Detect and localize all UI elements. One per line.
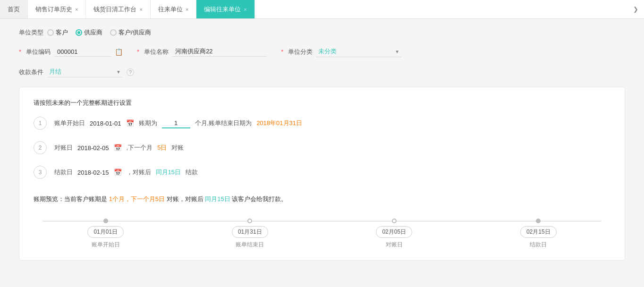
step-1-period-label: 账期为: [139, 119, 157, 127]
unit-category-field: * 单位分类 未分类 ▼: [281, 46, 401, 57]
step-3-prefix: ，对账后: [127, 168, 151, 177]
step-2-content: 对账日 2018-02-05 📅 ,下一个月5日 对账: [54, 144, 184, 152]
step-3-label: 结款日: [54, 168, 73, 177]
step-3-calendar-icon[interactable]: 📅: [114, 169, 122, 176]
payment-help-icon[interactable]: ?: [127, 68, 134, 76]
tab-sales-history-close[interactable]: ×: [75, 7, 78, 12]
tab-cash-work-close[interactable]: ×: [139, 7, 142, 12]
tab-home-label: 首页: [8, 5, 20, 14]
timeline: 01月01日 账单开始日 01月31日 账单结束日 02月05日 对账日 02月…: [34, 213, 610, 249]
tab-unit-list-label: 往来单位: [158, 5, 183, 14]
preview-date3: 同月15日: [205, 195, 230, 203]
step-1-num: 1: [34, 117, 47, 130]
radio-customer-circle: [47, 29, 54, 36]
preview-mid2: 对账，对账后: [165, 195, 205, 203]
tab-cash-work[interactable]: 钱货日清工作台 ×: [86, 0, 150, 18]
timeline-badge-1: 01月01日: [87, 226, 124, 238]
radio-both[interactable]: 客户/供应商: [110, 28, 151, 37]
preview-suffix: 该客户会给我打款。: [230, 195, 288, 203]
unit-type-label: 单位类型: [19, 28, 43, 37]
step-1-label: 账单开始日: [54, 119, 85, 127]
timeline-node-3: 02月05日 对账日: [322, 219, 466, 249]
step-1-content: 账单开始日 2018-01-01 📅 账期为 个月,账单结束日期为 2018年0…: [54, 118, 302, 128]
unit-category-label: 单位分类: [288, 48, 313, 56]
step-2-num: 2: [34, 141, 47, 154]
step-2-date: 2018-02-05: [77, 144, 109, 152]
unit-name-field: * 单位名称: [137, 47, 267, 57]
unit-code-field: * 单位编码 📋: [19, 47, 123, 57]
payment-select[interactable]: 月结 ▼: [47, 67, 123, 77]
unit-name-label: 单位名称: [144, 48, 169, 56]
step-3-date: 2018-02-15: [77, 169, 109, 176]
payment-arrow-icon: ▼: [116, 69, 121, 75]
payment-field: 收款条件 月结 ▼ ?: [19, 67, 134, 77]
step-2-calendar-icon[interactable]: 📅: [114, 144, 122, 152]
radio-customer[interactable]: 客户: [47, 28, 68, 37]
step-2-day: 5日: [157, 144, 167, 152]
step-2-label: 对账日: [54, 144, 73, 152]
unit-name-required: *: [137, 48, 139, 55]
unit-category-select[interactable]: 未分类 ▼: [316, 46, 401, 57]
unit-type-row: 单位类型 客户 供应商 客户/供应商: [19, 28, 625, 37]
step-3-num: 3: [34, 166, 47, 179]
timeline-container: 01月01日 账单开始日 01月31日 账单结束日 02月05日 对账日 02月…: [34, 213, 610, 249]
tab-unit-list-close[interactable]: ×: [186, 7, 188, 12]
step-1-period-input[interactable]: [162, 118, 190, 128]
step-3-suffix: 结款: [186, 168, 198, 177]
unit-code-required: *: [19, 48, 21, 55]
timeline-dot-2: [247, 219, 252, 223]
radio-customer-label: 客户: [56, 28, 68, 37]
timeline-node-1: 01月01日 账单开始日: [34, 219, 178, 249]
step-1-end-date: 2018年01月31日: [256, 119, 302, 127]
tab-unit-list[interactable]: 往来单位 ×: [151, 0, 196, 18]
radio-both-circle: [110, 29, 117, 36]
tab-home[interactable]: 首页: [0, 0, 28, 18]
step-2-suffix: 对账: [171, 144, 184, 152]
step-1-row: 1 账单开始日 2018-01-01 📅 账期为 个月,账单结束日期为 2018…: [34, 117, 610, 130]
timeline-dot-4: [536, 219, 541, 223]
tab-edit-unit-label: 编辑往来单位: [204, 5, 241, 14]
payment-label: 收款条件: [19, 68, 43, 76]
timeline-badge-3: 02月05日: [376, 226, 412, 238]
preview-mid: 下一个月5日: [131, 195, 165, 203]
timeline-dot-1: [103, 219, 108, 223]
tabs-bar: 首页 销售订单历史 × 钱货日清工作台 × 往来单位 × 编辑往来单位 × ❯: [0, 0, 644, 19]
unit-code-input[interactable]: [54, 47, 111, 57]
step-2-prefix: ,下一个月: [127, 144, 153, 152]
unit-code-label: 单位编码: [26, 48, 51, 56]
tab-sales-history-label: 销售订单历史: [35, 5, 72, 14]
step-3-row: 3 结款日 2018-02-15 📅 ，对账后 同月15日 结款: [34, 166, 610, 179]
radio-supplier[interactable]: 供应商: [76, 28, 102, 37]
tab-edit-unit-close[interactable]: ×: [244, 7, 246, 12]
main-content: 单位类型 客户 供应商 客户/供应商 * 单位编码: [0, 19, 644, 287]
radio-supplier-circle: [76, 29, 82, 36]
step-3-content: 结款日 2018-02-15 📅 ，对账后 同月15日 结款: [54, 168, 198, 177]
timeline-name-4: 结款日: [530, 241, 547, 249]
tab-more-button[interactable]: ❯: [627, 0, 644, 18]
radio-group: 客户 供应商 客户/供应商: [47, 28, 151, 37]
unit-name-input[interactable]: [172, 47, 267, 57]
payment-value: 月结: [49, 68, 114, 76]
timeline-badge-2: 01月31日: [232, 226, 268, 238]
timeline-node-4: 02月15日 结款日: [466, 219, 611, 249]
unit-type-field: 单位类型 客户 供应商 客户/供应商: [19, 28, 151, 37]
preview-section: 账期预览：当前客户账期是 1个月，下一个月5日 对账，对账后 同月15日 该客户…: [34, 190, 610, 213]
step-1-calendar-icon[interactable]: 📅: [126, 119, 134, 127]
tab-edit-unit[interactable]: 编辑往来单位 ×: [196, 0, 254, 18]
timeline-badge-4: 02月15日: [520, 226, 557, 238]
step-3-day: 同月15日: [156, 168, 181, 177]
timeline-dot-3: [392, 219, 397, 223]
unit-cat-required: *: [281, 48, 283, 55]
tab-sales-history[interactable]: 销售订单历史 ×: [28, 0, 86, 18]
settings-title: 请按照未来的一个完整帐期进行设置: [34, 99, 610, 107]
tab-cash-work-label: 钱货日清工作台: [93, 5, 136, 14]
unit-category-value: 未分类: [318, 47, 393, 56]
timeline-name-2: 账单结束日: [236, 241, 264, 249]
preview-period: 1个月，: [109, 195, 131, 203]
step-1-date: 2018-01-01: [90, 120, 121, 127]
unit-category-arrow-icon: ▼: [395, 49, 399, 54]
radio-supplier-label: 供应商: [84, 28, 102, 37]
step-1-suffix: 个月,账单结束日期为: [195, 119, 252, 127]
timeline-node-2: 01月31日 账单结束日: [178, 219, 322, 249]
unit-code-copy-icon[interactable]: 📋: [115, 48, 123, 56]
